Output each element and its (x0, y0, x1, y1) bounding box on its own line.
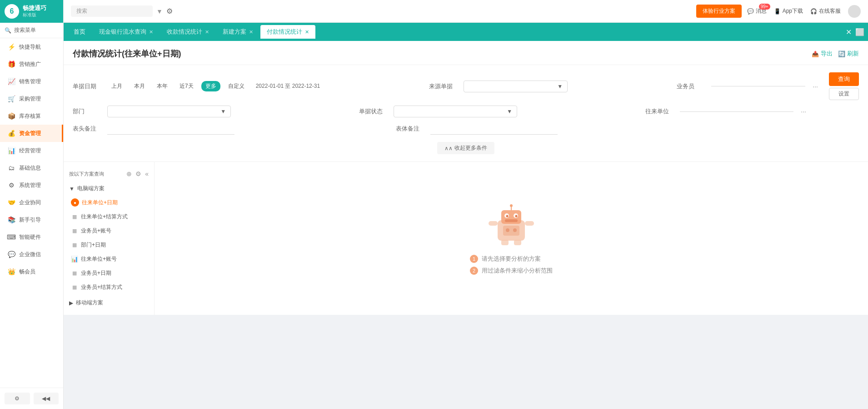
query-button[interactable]: 查询 (829, 72, 859, 86)
date-btn-more[interactable]: 更多 (201, 81, 220, 91)
collapse-conditions-btn[interactable]: ∧∧ 收起更多条件 (437, 142, 494, 154)
partner-more-icon[interactable]: ··· (801, 108, 806, 115)
scheme-item-salesperson-account[interactable]: ▦ 业务员+账号 (64, 224, 154, 238)
window-close-icon[interactable]: ✕ (846, 28, 852, 36)
nav-label: 智能硬件 (19, 233, 41, 241)
scheme-item-partner-date[interactable]: ● 往来单位+日期 (64, 195, 154, 210)
message-btn[interactable]: 💬 消息 99+ (747, 7, 767, 15)
partner-input[interactable] (680, 111, 793, 112)
scheme-item-salesperson-settlement[interactable]: ▦ 业务员+结算方式 (64, 280, 154, 294)
tab-receivable-label: 收款情况统计 (167, 28, 202, 36)
mobile-scheme-section: ▶ 移动端方案 (64, 296, 154, 309)
message-badge: 99+ (759, 4, 770, 10)
mobile-scheme-title[interactable]: ▶ 移动端方案 (64, 296, 154, 309)
tab-bank-flow[interactable]: 现金银行流水查询 ✕ (93, 25, 160, 39)
sidebar-logo: 6 畅捷通巧 标准版 (0, 0, 63, 23)
scheme-arrow-right-icon: ▶ (69, 300, 73, 306)
tab-bar: 首页 现金银行流水查询 ✕ 收款情况统计 ✕ 新建方案 ✕ 付款情况统计 ✕ ✕… (64, 23, 868, 41)
scheme-item-partner-account[interactable]: 📊 往来单位+账号 (64, 252, 154, 266)
date-btn-this-year[interactable]: 本年 (153, 81, 172, 92)
nav-label: 企业微信 (19, 251, 41, 258)
date-btn-custom[interactable]: 自定义 (224, 81, 249, 92)
sidebar-item-hardware[interactable]: ⌨ 智能硬件 (0, 228, 63, 246)
dept-select[interactable]: ▼ (107, 106, 231, 117)
trial-button[interactable]: 体验行业方案 (696, 5, 742, 18)
sidebar-item-inventory[interactable]: 📦 库存核算 (0, 107, 63, 125)
phone-icon: 📱 (774, 8, 781, 15)
collapse-icon: ◀◀ (42, 395, 50, 402)
sidebar-item-system[interactable]: ⚙ 系统管理 (0, 177, 63, 194)
date-btn-last-month[interactable]: 上月 (107, 81, 126, 92)
sidebar-search[interactable]: 🔍 搜索菜单 (0, 23, 63, 38)
nav-label: 基础信息 (19, 164, 41, 172)
tab-receivable[interactable]: 收款情况统计 ✕ (160, 25, 215, 39)
nav-label: 库存核算 (19, 112, 41, 120)
panel-actions: ⊕ ⚙ « (126, 170, 149, 177)
filter-row-2: 部门 ▼ 单据状态 ▼ 往来单位 ··· (73, 106, 859, 117)
panel-add-icon[interactable]: ⊕ (126, 170, 132, 177)
doc-status-select[interactable]: ▼ (394, 106, 517, 117)
app-download-btn[interactable]: 📱 App下载 (774, 7, 803, 15)
date-btn-this-month[interactable]: 本月 (130, 81, 149, 92)
sidebar-item-sales[interactable]: 📈 销售管理 (0, 73, 63, 90)
online-service-btn[interactable]: 🎧 在线客服 (810, 7, 841, 15)
header-search-box[interactable]: 搜索 (71, 5, 153, 17)
panel-collapse-icon[interactable]: « (145, 170, 149, 177)
source-select[interactable]: ▼ (464, 81, 568, 92)
refresh-btn[interactable]: 🔄 刷新 (838, 50, 859, 58)
scheme-item-salesperson-date[interactable]: ▦ 业务员+日期 (64, 266, 154, 280)
tab-receivable-close[interactable]: ✕ (205, 29, 209, 35)
desktop-scheme-title[interactable]: ▼ 电脑端方案 (64, 182, 154, 195)
sidebar-collapse-btn[interactable]: ◀◀ (34, 393, 59, 404)
salesperson-more-icon[interactable]: ··· (813, 83, 818, 90)
empty-state-area: 1 请先选择要分析的方案 2 用过滤条件来缩小分析范围 (155, 162, 868, 315)
header-gear-icon[interactable]: ⚙ (166, 7, 173, 15)
search-icon: 🔍 (5, 27, 11, 34)
user-avatar[interactable] (848, 5, 861, 18)
header-dropdown-icon[interactable]: ▼ (156, 8, 163, 15)
panel-settings-icon[interactable]: ⚙ (135, 170, 141, 177)
scheme-item-partner-settlement[interactable]: ▦ 往来单位+结算方式 (64, 210, 154, 224)
sidebar-item-guide[interactable]: 📚 新手引导 (0, 211, 63, 228)
salesperson-input[interactable] (711, 86, 806, 86)
tab-bank-flow-close[interactable]: ✕ (149, 29, 153, 35)
chart-icon: 📈 (7, 77, 15, 86)
sidebar-item-quick-nav[interactable]: ⚡ 快捷导航 (0, 38, 63, 56)
bar-chart-icon: 📊 (7, 146, 15, 155)
settings-button[interactable]: 设置 (829, 88, 859, 100)
tab-bank-flow-label: 现金银行流水查询 (99, 28, 146, 36)
sidebar-item-marketing[interactable]: 🎁 营销推广 (0, 56, 63, 73)
tab-payment-stat[interactable]: 付款情况统计 ✕ (260, 25, 315, 39)
date-options: 上月 本月 本年 近7天 更多 自定义 (107, 81, 249, 92)
step-num-2: 2 (470, 267, 478, 275)
scheme-grid-icon: ▦ (71, 213, 78, 221)
sidebar-item-wechat[interactable]: 💬 企业微信 (0, 246, 63, 263)
sidebar-item-finance[interactable]: 💰 资金管理 (0, 125, 63, 142)
sidebar-settings-btn[interactable]: ⚙ (5, 393, 30, 404)
date-btn-last-7[interactable]: 近7天 (175, 81, 198, 92)
sidebar-item-purchase[interactable]: 🛒 采购管理 (0, 90, 63, 107)
sidebar-item-operations[interactable]: 📊 经营管理 (0, 142, 63, 159)
scheme-item-label: 业务员+账号 (81, 227, 111, 235)
main-content: 搜索 ▼ ⚙ 体验行业方案 💬 消息 99+ 📱 App下载 🎧 在线客服 首页 (64, 0, 868, 409)
scheme-active-icon: ● (71, 198, 79, 207)
window-maximize-icon[interactable]: ⬜ (855, 28, 864, 36)
scheme-grid-icon-4: ▦ (71, 270, 78, 277)
header-note-input[interactable] (107, 123, 234, 135)
export-btn[interactable]: 📤 导出 (812, 50, 833, 58)
nav-label: 销售管理 (19, 78, 41, 86)
body-note-input[interactable] (430, 123, 558, 135)
tab-new-plan[interactable]: 新建方案 ✕ (216, 25, 259, 39)
tab-new-plan-close[interactable]: ✕ (249, 29, 253, 35)
scheme-item-dept-date[interactable]: ▦ 部门+日期 (64, 238, 154, 252)
sidebar-item-member[interactable]: 👑 畅会员 (0, 263, 63, 280)
tab-payment-stat-close[interactable]: ✕ (305, 29, 309, 35)
dept-dropdown-icon: ▼ (220, 108, 226, 115)
sidebar-item-enterprise[interactable]: 🤝 企业协同 (0, 194, 63, 211)
sidebar-item-basics[interactable]: 🗂 基础信息 (0, 159, 63, 177)
tab-home[interactable]: 首页 (67, 25, 92, 39)
folder-icon: 🗂 (7, 164, 15, 172)
main-body: 按以下方案查询 ⊕ ⚙ « ▼ 电脑端方案 ● (64, 162, 868, 315)
online-service-label: 在线客服 (819, 7, 841, 15)
source-dropdown-icon: ▼ (557, 83, 563, 90)
